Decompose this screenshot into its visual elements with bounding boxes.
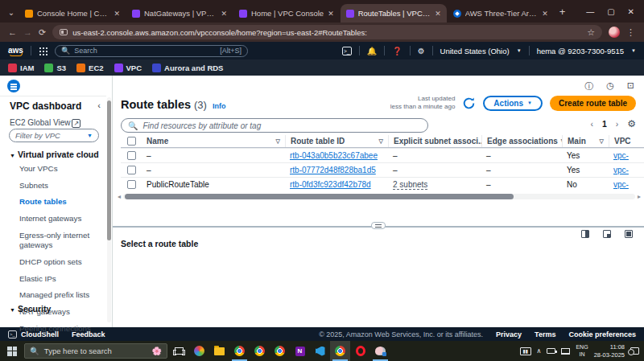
tab-close-icon[interactable]: ✕ — [328, 10, 334, 18]
browser-tab[interactable]: NatGateways | VPC Console✕ — [126, 4, 233, 23]
forward-icon[interactable]: → — [23, 27, 32, 37]
reload-icon[interactable]: ⟳ — [39, 27, 46, 38]
split-panel-drag-handle[interactable] — [371, 222, 386, 229]
sidebar-section-security[interactable]: ▼Security — [10, 304, 51, 314]
route-table-id-link[interactable]: rtb-07772d48f828ba1d5 — [290, 166, 376, 174]
tab-search-icon[interactable]: ⌄ — [3, 8, 19, 17]
recent-visits-icon[interactable]: ◷ — [606, 80, 614, 92]
tray-app-icon[interactable]: ▮▮ — [520, 347, 531, 355]
language-indicator[interactable]: ENGIN — [576, 344, 588, 359]
panel-layout-full-icon[interactable] — [625, 230, 633, 238]
taskbar-app-opera[interactable] — [350, 341, 370, 361]
create-route-table-button[interactable]: Create route table — [550, 96, 636, 111]
vpc-filter-select[interactable]: Filter by VPC▼ — [9, 129, 99, 142]
aws-logo[interactable]: aws — [8, 46, 23, 56]
row-checkbox[interactable] — [127, 151, 136, 160]
sidebar-item-dhcp-option-sets[interactable]: DHCP option sets — [19, 254, 101, 271]
vpc-link[interactable]: vpc- — [613, 180, 629, 189]
favorite-service-s3[interactable]: S3 — [44, 64, 66, 72]
region-selector[interactable]: United States (Ohio) — [440, 47, 510, 55]
notifications-icon[interactable] — [630, 347, 639, 355]
browser-tab[interactable]: AWS Three-Tier Architectur✕ — [448, 4, 554, 23]
window-maximize-button[interactable]: ▢ — [607, 7, 614, 16]
bookmark-star-icon[interactable]: ☆ — [587, 27, 595, 38]
sidebar-item-egress-only-internet-gateways[interactable]: Egress-only internet gateways — [19, 228, 101, 254]
site-info-icon[interactable] — [60, 29, 68, 35]
taskbar-app-chrome[interactable] — [270, 341, 290, 361]
hamburger-menu-icon[interactable] — [7, 80, 20, 92]
sort-icon[interactable]: ▽ — [273, 138, 280, 145]
route-table-id-link[interactable]: rtb-0fd3fc923df42b78d — [290, 180, 371, 189]
row-checkbox[interactable] — [127, 180, 136, 189]
sidebar-item-your-vpcs[interactable]: Your VPCs — [19, 161, 101, 178]
sidebar-item-subnets[interactable]: Subnets — [19, 178, 101, 195]
account-menu[interactable]: hema @ 9203-7300-9515 — [537, 47, 624, 55]
select-all-checkbox[interactable] — [127, 137, 136, 146]
sidebar-item-elastic-ips[interactable]: Elastic IPs — [19, 271, 101, 288]
scroll-right-icon[interactable]: ▸ — [638, 193, 641, 200]
taskbar-search-input[interactable]: 🔍 Type here to search 🌸 — [24, 343, 167, 359]
sidebar-item-internet-gateways[interactable]: Internet gateways — [19, 211, 101, 228]
browser-tab[interactable]: RouteTables | VPC Console✕ — [341, 4, 447, 23]
new-tab-button[interactable]: + — [559, 6, 566, 18]
taskbar-app-vscode[interactable] — [310, 341, 330, 361]
route-table-id-link[interactable]: rtb-043a0b5b23c67abee — [290, 151, 378, 160]
pagination-next-icon[interactable]: › — [616, 119, 619, 129]
vpc-link[interactable]: vpc- — [613, 166, 629, 174]
taskbar-app-task-view[interactable] — [169, 341, 189, 361]
sidebar-collapse-icon[interactable]: ‹ — [97, 101, 101, 110]
favorite-service-iam[interactable]: IAM — [8, 64, 34, 72]
split-panel-icon[interactable]: ⊡ — [627, 80, 634, 92]
address-bar[interactable]: us-east-2.console.aws.amazon.com/vpccons… — [52, 25, 602, 39]
sidebar-item-peering-connections[interactable]: Peering connections — [19, 321, 101, 338]
actions-button[interactable]: Actions▼ — [483, 96, 543, 111]
table-row[interactable]: PublicRouteTablertb-0fd3fc923df42b78d2 s… — [121, 177, 644, 191]
notifications-bell-icon[interactable]: 🔔 — [367, 47, 377, 55]
info-circle-icon[interactable]: ⓘ — [584, 80, 593, 92]
help-icon[interactable]: ❓ — [392, 47, 402, 55]
sort-icon[interactable]: ▽ — [376, 138, 383, 145]
footer-link-terms[interactable]: Terms — [535, 330, 555, 338]
browser-tab[interactable]: Console Home | Console Ho✕ — [19, 4, 126, 23]
window-minimize-button[interactable]: — — [586, 7, 594, 16]
footer-link-privacy[interactable]: Privacy — [496, 330, 522, 338]
taskbar-app-chrome[interactable] — [250, 341, 270, 361]
taskbar-app-file-explorer[interactable] — [209, 341, 229, 361]
table-settings-gear-icon[interactable]: ⚙ — [627, 118, 636, 129]
taskbar-app-paint[interactable] — [370, 341, 390, 361]
resource-filter-input[interactable]: 🔍 Find resources by attribute or tag — [121, 118, 428, 133]
hidden-icons-chevron[interactable]: ∧ — [537, 347, 542, 355]
aws-search-input[interactable]: 🔍 Search [Alt+S] — [55, 45, 248, 57]
profile-avatar[interactable] — [609, 27, 620, 38]
taskbar-app-onenote[interactable]: N — [290, 341, 310, 361]
sidebar-scrollbar[interactable] — [107, 97, 111, 322]
tab-close-icon[interactable]: ✕ — [114, 10, 120, 18]
scrollbar-thumb[interactable] — [125, 194, 514, 199]
tab-close-icon[interactable]: ✕ — [435, 10, 441, 18]
sidebar-item-route-tables[interactable]: Route tables — [19, 194, 101, 211]
tab-close-icon[interactable]: ✕ — [542, 10, 548, 18]
browser-tab[interactable]: Home | VPC Console✕ — [233, 4, 340, 23]
sidebar-section-vpc[interactable]: ▼Virtual private cloud — [10, 150, 99, 159]
scroll-left-icon[interactable]: ◂ — [118, 193, 121, 200]
subnets-popover-link[interactable]: 2 subnets — [393, 180, 427, 190]
battery-icon[interactable] — [547, 348, 555, 354]
vpc-link[interactable]: vpc- — [613, 151, 629, 160]
pagination-prev-icon[interactable]: ‹ — [590, 119, 593, 129]
row-checkbox[interactable] — [127, 166, 136, 174]
info-link[interactable]: Info — [213, 102, 226, 110]
taskbar-app-chrome[interactable] — [330, 341, 350, 361]
favorite-service-aurora-and-rds[interactable]: Aurora and RDS — [152, 64, 223, 72]
favorite-service-vpc[interactable]: VPC — [114, 64, 142, 72]
clock[interactable]: 11:0828-03-2025 — [594, 343, 625, 359]
taskbar-app-chrome[interactable] — [229, 341, 250, 361]
panel-layout-bottom-icon[interactable] — [603, 230, 611, 238]
start-button[interactable] — [2, 347, 23, 356]
tab-close-icon[interactable]: ✕ — [221, 10, 227, 18]
settings-gear-icon[interactable]: ⚙ — [418, 47, 425, 55]
window-close-button[interactable]: ✕ — [628, 7, 634, 16]
browser-menu-icon[interactable]: ⋮ — [626, 27, 636, 38]
refresh-icon[interactable] — [462, 96, 476, 110]
url-text[interactable]: us-east-2.console.aws.amazon.com/vpccons… — [72, 28, 582, 37]
sort-icon[interactable]: ▽ — [597, 138, 604, 145]
